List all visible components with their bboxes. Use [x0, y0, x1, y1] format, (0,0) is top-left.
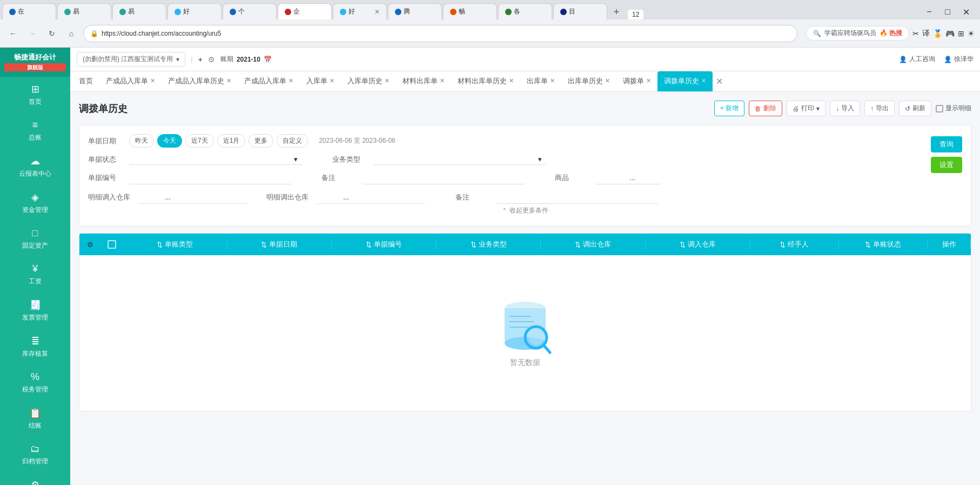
tab-count[interactable]: 12	[628, 10, 643, 19]
detail-out-selector[interactable]: ...	[317, 191, 425, 204]
close-tab-icon[interactable]: ✕	[509, 77, 514, 84]
import-btn[interactable]: ↓ 导入	[830, 101, 860, 116]
sidebar-item-fund[interactable]: ◈ 资金管理	[0, 185, 70, 221]
close-all-tabs-btn[interactable]: ✕	[716, 76, 723, 87]
forward-btn[interactable]: →	[25, 26, 40, 41]
tab-transfer[interactable]: 调拨单 ✕	[616, 71, 657, 92]
col-out[interactable]: ⇅ 调出仓库	[541, 240, 646, 249]
col-date[interactable]: ⇅ 单据日期	[227, 240, 332, 249]
export-btn[interactable]: ↑ 导出	[864, 101, 895, 116]
gear-icon[interactable]: ⚙	[208, 55, 215, 64]
new-tab-btn[interactable]: +	[608, 4, 625, 19]
browser-tab-0[interactable]: 在	[2, 3, 56, 19]
print-btn[interactable]: 🖨 打印 ▾	[787, 101, 825, 116]
tab-out-history[interactable]: 出库单历史 ✕	[561, 71, 616, 92]
goods-selector[interactable]: ...	[596, 171, 661, 184]
browser-tab-3[interactable]: 好	[167, 3, 221, 19]
maximize-btn[interactable]: □	[940, 4, 955, 19]
sidebar-item-ledger[interactable]: ≡ 总账	[0, 113, 70, 149]
browser-tab-active[interactable]: 企	[278, 3, 332, 19]
close-window-btn[interactable]: ✕	[958, 4, 974, 19]
close-active-tab-icon[interactable]: ✕	[701, 77, 706, 84]
tab-home[interactable]: 首页	[72, 71, 99, 92]
refresh-btn[interactable]: ↺ 刷新	[899, 101, 931, 116]
close-tab-icon[interactable]: ✕	[605, 77, 610, 84]
browser-tab-8[interactable]: 各	[498, 3, 552, 19]
tab-product-in[interactable]: 产成品入库单 ✕	[99, 71, 162, 92]
tab-out[interactable]: 出库单 ✕	[520, 71, 561, 92]
biz-type-select[interactable]: ▾	[373, 154, 546, 165]
col-handler[interactable]: ⇅ 经手人	[750, 240, 839, 249]
detail-in-selector[interactable]: ...	[139, 191, 247, 204]
close-tab-icon[interactable]: ✕	[385, 77, 390, 84]
date-btn-today[interactable]: 今天	[157, 134, 182, 148]
close-tab-icon[interactable]: ✕	[226, 77, 231, 84]
browser-tab-2[interactable]: 易	[112, 3, 166, 19]
col-status[interactable]: ⇅ 单账状态	[839, 240, 928, 249]
col-num[interactable]: ⇅ 单据编号	[332, 240, 437, 249]
minimize-btn[interactable]: −	[922, 4, 937, 19]
browser-tab-6[interactable]: 腾	[388, 3, 442, 19]
col-biz[interactable]: ⇅ 业务类型	[437, 240, 541, 249]
user-menu[interactable]: 👤 徐泽华	[944, 55, 974, 64]
reload-btn[interactable]: ↻	[44, 26, 59, 41]
settings-filter-btn[interactable]: 设置	[931, 157, 962, 173]
address-bar[interactable]: 🔒 https://cloud.chanjet.com/accounting/u…	[83, 25, 797, 42]
browser-tab-1[interactable]: 易	[57, 3, 111, 19]
close-tab-icon[interactable]: ✕	[550, 77, 555, 84]
browser-tab-7[interactable]: 畅	[443, 3, 497, 19]
sidebar-item-close-account[interactable]: 📋 结账	[0, 401, 70, 437]
status-select[interactable]: ▾	[129, 154, 302, 165]
sidebar-item-salary[interactable]: ¥ 工资	[0, 257, 70, 293]
sidebar-item-tax[interactable]: % 税务管理	[0, 365, 70, 401]
col-in[interactable]: ⇅ 调入仓库	[646, 240, 750, 249]
home-btn[interactable]: ⌂	[64, 26, 79, 41]
close-tab-icon[interactable]: ✕	[440, 77, 445, 84]
service-btn[interactable]: 👤 人工咨询	[899, 55, 935, 64]
date-btn-7days[interactable]: 近7天	[185, 134, 214, 148]
collapse-btn[interactable]: ⌃ 收起更多条件	[502, 206, 548, 215]
back-btn[interactable]: ←	[5, 26, 21, 41]
tab-material-out[interactable]: 材料出库单 ✕	[396, 71, 451, 92]
tab-in-history[interactable]: 入库单历史 ✕	[341, 71, 396, 92]
query-btn[interactable]: 查询	[931, 136, 962, 152]
tab-product-in2[interactable]: 产成品入库单 ✕	[238, 71, 300, 92]
select-all-cell[interactable]	[101, 240, 123, 249]
close-tab-icon[interactable]: ✕	[150, 77, 155, 84]
sidebar-item-invoice[interactable]: 🧾 发票管理	[0, 293, 70, 329]
browser-tab-4[interactable]: 个	[223, 3, 277, 19]
new-btn[interactable]: + 新增	[714, 101, 744, 116]
tab-material-out-history[interactable]: 材料出库单历史 ✕	[451, 71, 520, 92]
date-btn-1month[interactable]: 近1月	[217, 134, 246, 148]
remark-input[interactable]	[363, 171, 525, 184]
date-btn-yesterday[interactable]: 昨天	[129, 134, 154, 148]
close-tab-icon[interactable]: ✕	[288, 77, 293, 84]
sidebar-item-cloud-report[interactable]: ☁ 云报表中心	[0, 149, 70, 185]
close-tab-icon[interactable]: ✕	[330, 77, 334, 84]
browser-tab-5[interactable]: 好 ✕	[333, 3, 387, 19]
select-all-checkbox[interactable]	[108, 240, 116, 249]
company-selector[interactable]: (勿删勿禁用) 江西服宝测试专用 ▾	[77, 52, 185, 67]
delete-btn[interactable]: 🗑 删除	[749, 101, 782, 116]
add-company-btn[interactable]: +	[198, 55, 203, 64]
remark2-input[interactable]	[496, 191, 659, 204]
date-btn-more[interactable]: 更多	[249, 134, 273, 148]
close-tab-icon[interactable]: ✕	[646, 77, 651, 84]
date-btn-custom[interactable]: 自定义	[277, 134, 308, 148]
tab-close-icon[interactable]: ✕	[374, 8, 380, 16]
sidebar-item-inventory[interactable]: ≣ 库存核算	[0, 329, 70, 365]
display-toggle[interactable]: 显示明细	[936, 104, 971, 113]
browser-tab-9[interactable]: 目	[553, 3, 607, 19]
sidebar-item-archive[interactable]: 🗂 归档管理	[0, 437, 70, 473]
search-bar[interactable]: 🔍 学霸应聘场驱鸟员 🔥 热搜	[806, 26, 909, 41]
sidebar-item-fixed-asset[interactable]: □ 固定资产	[0, 221, 70, 257]
sidebar-item-home[interactable]: ⊞ 首页	[0, 77, 70, 113]
doc-num-input[interactable]	[129, 171, 291, 184]
col-type[interactable]: ⇅ 单账类型	[123, 240, 227, 249]
sidebar-item-settings[interactable]: ⚙ 基础设置	[0, 473, 70, 485]
period-selector[interactable]: 账期 2021-10 📅	[220, 55, 272, 64]
settings-col[interactable]: ⚙	[79, 241, 101, 249]
tab-product-in-history[interactable]: 产成品入库单历史 ✕	[162, 71, 238, 92]
tab-in[interactable]: 入库单 ✕	[300, 71, 341, 92]
tab-transfer-history[interactable]: 调拨单历史 ✕	[657, 71, 713, 92]
